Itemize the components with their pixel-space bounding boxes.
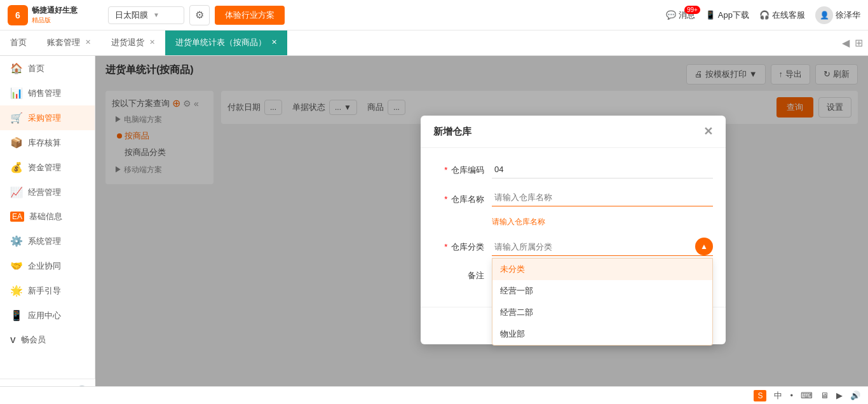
modal-title: 新增仓库 [433,126,471,138]
dot-separator-1: • [790,391,793,400]
online-service-label: 在线客服 [772,10,805,21]
sidebar-item-finance[interactable]: 💰 资金管理 [0,155,95,180]
dropdown-item-dept1[interactable]: 经营一部 [492,280,712,302]
sidebar-item-app-center-label: 应用中心 [28,310,61,321]
modal-body: * 仓库编码 * 仓库名称 请输入仓库名称 [421,148,726,307]
sidebar-item-inventory[interactable]: 📦 库存核算 [0,130,95,155]
trial-button[interactable]: 体验行业方案 [215,6,285,25]
tab-purchase-return-close[interactable]: ✕ [149,38,155,46]
name-label: * 仓库名称 [433,190,484,205]
status-bar: S 中 • ⌨ 🖥 ▶ 🔊 [0,386,868,404]
sidebar-item-system[interactable]: ⚙️ 系统管理 [0,229,95,253]
dropdown-item-property[interactable]: 物业部 [492,323,712,345]
member-icon: V [10,335,16,345]
user-name: 徐泽华 [836,10,860,21]
new-warehouse-modal: 新增仓库 ✕ * 仓库编码 * 仓库名称 [421,116,726,344]
note-label: 备注 [433,266,484,281]
purchase-icon: 🛒 [10,112,23,124]
sidebar-item-guide-label: 新手引导 [28,285,61,297]
store-selector[interactable]: 日太阳膜 ▼ [108,6,184,24]
user-menu[interactable]: 👤 徐泽华 [815,6,860,24]
category-dropdown-list: 未分类 经营一部 经营二部 物业部 [492,258,713,346]
tab-collapse-icon[interactable]: ◀ [842,37,850,49]
dropdown-item-dept2[interactable]: 经营二部 [492,302,712,323]
sidebar: 🏠 首页 📊 销售管理 🛒 采购管理 📦 库存核算 💰 资金管理 📈 经营管理 … [0,56,95,404]
gear-button[interactable]: ⚙ [189,5,210,25]
dropdown-item-uncategorized[interactable]: 未分类 [492,259,712,280]
header-right: 💬 消息 99+ 📱 App下载 🎧 在线客服 👤 徐泽华 [666,6,860,24]
tab-account-label: 账套管理 [47,37,80,48]
sidebar-item-home[interactable]: 🏠 首页 [0,56,95,81]
tab-purchase-stats-close[interactable]: ✕ [271,38,277,46]
sidebar-item-member[interactable]: V 畅会员 [0,328,95,352]
category-input[interactable] [492,238,695,255]
tab-home[interactable]: 首页 [0,30,37,55]
sidebar-item-operations-label: 经营管理 [28,187,61,198]
operations-icon: 📈 [10,186,23,198]
tab-purchase-return-label: 进货退货 [111,37,144,48]
sidebar-item-sales[interactable]: 📊 销售管理 [0,81,95,105]
category-label: * 仓库分类 [433,238,484,253]
form-row-code: * 仓库编码 [433,161,713,178]
guide-icon: 🌟 [10,285,23,297]
tab-expand-icon[interactable]: ⊞ [855,37,863,49]
top-header: 6 畅捷通好生意 精品版 日太阳膜 ▼ ⚙ 体验行业方案 💬 消息 99+ 📱 … [0,0,868,30]
sidebar-item-sales-label: 销售管理 [28,88,61,99]
headset-icon: 🎧 [759,10,770,20]
sidebar-item-purchase[interactable]: 🛒 采购管理 [0,105,95,130]
app-download-button[interactable]: 📱 App下载 [705,10,749,21]
sidebar-item-purchase-label: 采购管理 [28,112,61,124]
modal-close-button[interactable]: ✕ [703,125,713,138]
sidebar-item-inventory-label: 库存核算 [28,137,61,149]
monitor-icon[interactable]: 🖥 [820,391,829,400]
sales-icon: 📊 [10,87,23,99]
sidebar-item-finance-label: 资金管理 [28,162,61,173]
tab-bar: 首页 账套管理 ✕ 进货退货 ✕ 进货单统计表（按商品） ✕ ◀ ⊞ [0,30,868,56]
dropdown-arrow-button[interactable]: ▲ [695,238,713,255]
message-button[interactable]: 💬 消息 99+ [666,10,695,21]
code-label: * 仓库编码 [433,161,484,176]
sidebar-item-collab-label: 企业协同 [28,260,61,272]
volume-status-icon[interactable]: 🔊 [850,391,860,400]
tab-home-label: 首页 [10,37,27,48]
content-area: 进货单统计(按商品) 🖨 按模板打印 ▼ ↑ 导出 ↻ 刷新 [95,56,868,404]
sidebar-item-guide[interactable]: 🌟 新手引导 [0,278,95,303]
tab-bar-controls: ◀ ⊞ [842,30,868,55]
logo-icon: 6 [8,5,28,25]
modal-header: 新增仓库 ✕ [421,116,726,148]
tab-account[interactable]: 账套管理 ✕ [37,30,101,55]
main-layout: 🏠 首页 📊 销售管理 🛒 采购管理 📦 库存核算 💰 资金管理 📈 经营管理 … [0,56,868,404]
app-download-label: App下载 [718,10,749,21]
sidebar-item-app-center[interactable]: 📱 应用中心 [0,303,95,328]
category-input-row: ▲ [492,238,713,256]
play-icon[interactable]: ▶ [836,391,843,400]
finance-icon: 💰 [10,161,23,173]
tab-purchase-stats[interactable]: 进货单统计表（按商品） ✕ [165,30,287,55]
keyboard-icon[interactable]: ⌨ [801,391,813,400]
lang-switch-button[interactable]: S [754,390,766,401]
form-row-category: * 仓库分类 ▲ 未分类 经营一部 经营二部 物业部 [433,238,713,256]
category-dropdown: ▲ 未分类 经营一部 经营二部 物业部 [492,238,713,256]
online-service-button[interactable]: 🎧 在线客服 [759,10,805,21]
avatar: 👤 [815,6,833,24]
inventory-icon: 📦 [10,137,23,149]
sidebar-item-member-label: 畅会员 [21,334,46,346]
sidebar-item-basic-info[interactable]: EA 基础信息 [0,205,95,229]
sidebar-item-collab[interactable]: 🤝 企业协同 [0,253,95,278]
tab-purchase-stats-label: 进货单统计表（按商品） [175,37,266,48]
basic-info-icon: EA [10,212,24,222]
sidebar-item-system-label: 系统管理 [28,236,61,247]
name-error-message: 请输入仓库名称 [492,217,713,227]
logo-text: 畅捷通好生意 精品版 [32,5,78,25]
collab-icon: 🤝 [10,260,23,272]
app-icon: 📱 [705,10,715,20]
app-center-icon: 📱 [10,309,23,321]
zh-label[interactable]: 中 [774,390,782,401]
tab-purchase-return[interactable]: 进货退货 ✕ [101,30,165,55]
tab-account-close[interactable]: ✕ [85,38,91,46]
code-input[interactable] [492,161,713,178]
system-icon: ⚙️ [10,235,23,247]
store-name: 日太阳膜 [115,10,148,21]
name-input[interactable] [492,189,713,206]
sidebar-item-operations[interactable]: 📈 经营管理 [0,180,95,205]
